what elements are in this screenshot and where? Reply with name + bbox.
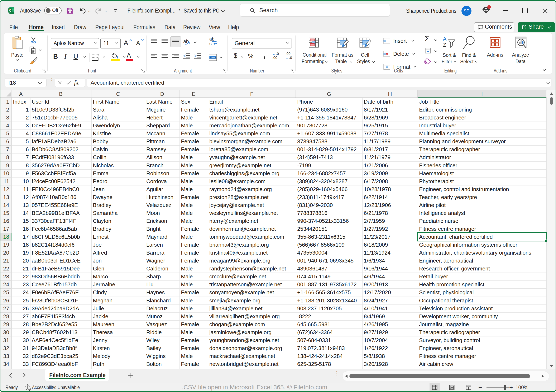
svg-text:X: X (8, 9, 11, 12)
